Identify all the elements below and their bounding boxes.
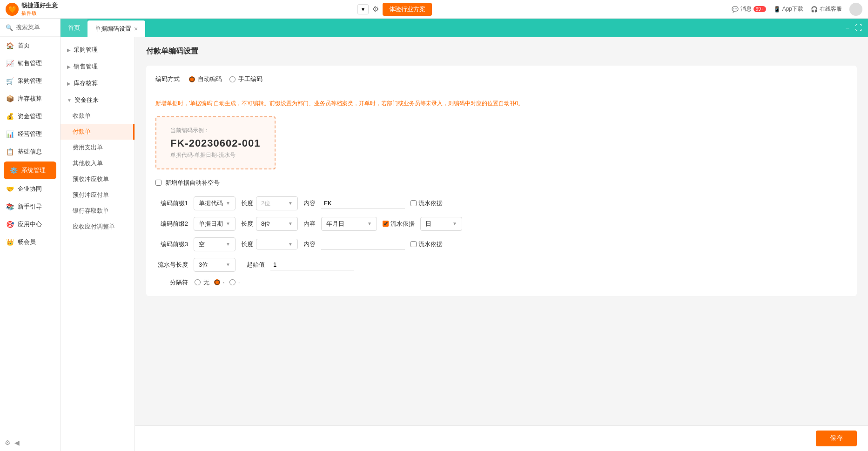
- page-title: 付款单编码设置: [146, 47, 857, 56]
- sep-none-text: 无: [203, 278, 209, 287]
- auto-fill-label: 新增单据自动补空号: [165, 179, 220, 187]
- tab-maximize-icon[interactable]: ⛶: [855, 24, 862, 32]
- sec-group-inventory-label: 库存核算: [74, 79, 98, 88]
- radio-group: 自动编码 手工编码: [189, 75, 262, 83]
- sidebar-item-enterprise[interactable]: 🤝 企业协同: [0, 180, 60, 198]
- prefix1-serial-checkbox[interactable]: [410, 200, 417, 206]
- save-button[interactable]: 保存: [816, 431, 857, 446]
- prefix2-type-value: 单据日期: [199, 220, 223, 228]
- prefix3-content-input[interactable]: [321, 239, 405, 250]
- user-avatar[interactable]: [849, 3, 862, 16]
- prefix2-content-value: 年月日: [326, 220, 344, 228]
- search-menu[interactable]: 🔍 搜索菜单: [0, 19, 60, 37]
- sec-group-sales-header[interactable]: ▶ 销售管理: [61, 59, 135, 74]
- prefix2-serial-period-select[interactable]: 日 ▼: [420, 217, 462, 231]
- auto-fill-row: 新增单据自动补空号: [155, 179, 848, 187]
- sec-item-prepay-receivable[interactable]: 预收冲应收单: [61, 171, 135, 187]
- prefix2-content-label: 内容: [303, 220, 316, 228]
- online-service-item[interactable]: 🎧 在线客服: [811, 5, 842, 13]
- sec-item-payment[interactable]: 付款单: [61, 124, 135, 140]
- prefix3-type-select[interactable]: 空 ▼: [194, 237, 236, 251]
- start-value-input[interactable]: [270, 259, 354, 270]
- prefix3-row: 编码前缀3 空 ▼ 长度 ▼: [155, 237, 848, 251]
- sidebar-item-inventory[interactable]: 📦 库存核算: [0, 90, 60, 108]
- sidebar-collapse-button[interactable]: ◀: [14, 439, 20, 446]
- tab-minimize-icon[interactable]: －: [844, 23, 851, 33]
- prefix3-serial-checkbox[interactable]: [410, 241, 417, 247]
- sec-group-inventory-header[interactable]: ▶ 库存核算: [61, 75, 135, 91]
- sep-dash-label[interactable]: ·: [229, 279, 240, 286]
- trial-button[interactable]: 体验行业方案: [383, 3, 432, 16]
- settings-button[interactable]: ⚙: [372, 5, 379, 13]
- sec-group-purchase-header[interactable]: ▶ 采购管理: [61, 42, 135, 58]
- sidebar-item-system[interactable]: ⚙️ 系统管理: [4, 162, 56, 179]
- nav-finance-label: 资金管理: [18, 112, 42, 121]
- sec-group-funds: ▼ 资金往来 收款单 付款单 费用支出单 其他收入单: [61, 92, 135, 235]
- sec-item-prepay-payable[interactable]: 预付冲应付单: [61, 187, 135, 203]
- sidebar-item-app[interactable]: 🎯 应用中心: [0, 215, 60, 233]
- sec-item-bank-deposit[interactable]: 银行存取款单: [61, 203, 135, 219]
- sec-item-other-income[interactable]: 其他收入单: [61, 155, 135, 171]
- prefix2-length-select[interactable]: 8位 ▼: [256, 217, 298, 231]
- auto-fill-checkbox[interactable]: [155, 180, 161, 186]
- sec-item-receipt[interactable]: 收款单: [61, 108, 135, 124]
- prefix2-serial-item: 流水依据: [383, 220, 415, 228]
- prefix2-serial-arrow: ▼: [452, 221, 457, 226]
- prefix3-length-select[interactable]: ▼: [256, 239, 298, 249]
- manual-code-radio-label[interactable]: 手工编码: [229, 75, 262, 83]
- auto-code-radio[interactable]: [189, 76, 195, 82]
- sec-group-sales-label: 销售管理: [74, 62, 98, 71]
- prefix3-type-value: 空: [199, 240, 205, 249]
- tab-home[interactable]: 首页: [61, 19, 87, 37]
- sidebar-item-basic[interactable]: 📋 基础信息: [0, 143, 60, 161]
- tab-home-label: 首页: [68, 24, 80, 32]
- content-area: 首页 单据编码设置 × － ⛶ ▶ 采购管理: [61, 19, 868, 451]
- sidebar-item-home[interactable]: 🏠 首页: [0, 37, 60, 54]
- prefix2-label: 编码前缀2: [155, 220, 188, 228]
- sidebar-settings-button[interactable]: ⚙: [5, 439, 11, 446]
- sidebar-item-finance[interactable]: 💰 资金管理: [0, 108, 60, 125]
- arrow-inventory-icon: ▶: [67, 81, 71, 86]
- form-section: 编码前缀1 单据代码 ▼ 长度 2位 ▼: [155, 196, 848, 287]
- prefix1-length-select[interactable]: 2位 ▼: [256, 196, 298, 210]
- sep-dot-label[interactable]: ·: [214, 279, 225, 286]
- sec-item-receivable-adjust[interactable]: 应收应付调整单: [61, 219, 135, 235]
- sidebar-item-operation[interactable]: 📊 经营管理: [0, 125, 60, 143]
- sep-none-label[interactable]: 无: [195, 278, 209, 287]
- sidebar-item-purchase[interactable]: 🛒 采购管理: [0, 72, 60, 90]
- auto-code-radio-label[interactable]: 自动编码: [189, 75, 222, 83]
- serial-length-select[interactable]: 3位 ▼: [194, 258, 236, 272]
- operation-icon: 📊: [6, 130, 14, 138]
- prefix1-content-input[interactable]: [321, 198, 405, 209]
- prefix2-serial-checkbox[interactable]: [383, 221, 389, 227]
- sec-group-funds-header[interactable]: ▼ 资金往来: [61, 92, 135, 108]
- info-text: 新增单据时，'单据编码'自动生成，不可编辑。前缀设置为部门、业务员等档案类，开单…: [155, 99, 848, 109]
- guide-icon: 📚: [6, 202, 14, 211]
- secondary-content: ▶ 采购管理 ▶ 销售管理 ▶ 库存核算: [61, 37, 868, 451]
- prefix2-content-select[interactable]: 年月日 ▼: [321, 217, 377, 231]
- prefix2-length-arrow: ▼: [288, 221, 293, 226]
- prefix2-type-select[interactable]: 单据日期 ▼: [194, 217, 236, 231]
- preview-box: 当前编码示例： FK-20230602-001 单据代码-单据日期-流水号: [155, 116, 276, 169]
- sidebar-item-guide[interactable]: 📚 新手引导: [0, 198, 60, 215]
- sidebar-item-sales[interactable]: 📈 销售管理: [0, 54, 60, 72]
- prefix2-row: 编码前缀2 单据日期 ▼ 长度 8位 ▼: [155, 217, 848, 231]
- sep-none-radio[interactable]: [195, 279, 201, 285]
- brand: 🧡 畅捷通好生意 插件版: [6, 2, 58, 16]
- sec-item-expense[interactable]: 费用支出单: [61, 140, 135, 155]
- message-item[interactable]: 💬 消息 99+: [732, 5, 766, 13]
- sep-dash-radio[interactable]: [229, 279, 236, 285]
- search-label: 搜索菜单: [16, 23, 40, 32]
- manual-code-radio[interactable]: [229, 76, 236, 82]
- preview-sub: 单据代码-单据日期-流水号: [170, 151, 261, 159]
- app-download-item[interactable]: 📱 App下载: [774, 5, 803, 13]
- tab-close-icon[interactable]: ×: [134, 25, 138, 33]
- sidebar-item-vip[interactable]: 👑 畅会员: [0, 233, 60, 251]
- dropdown-button[interactable]: ▾: [357, 4, 369, 14]
- sep-dot-radio[interactable]: [214, 279, 220, 285]
- tab-code-settings[interactable]: 单据编码设置 ×: [87, 20, 145, 37]
- sec-item-other-income-label: 其他收入单: [73, 160, 103, 167]
- tab-code-settings-label: 单据编码设置: [95, 25, 131, 33]
- nav-system-label: 系统管理: [21, 166, 46, 175]
- prefix1-type-select[interactable]: 单据代码 ▼: [194, 196, 236, 210]
